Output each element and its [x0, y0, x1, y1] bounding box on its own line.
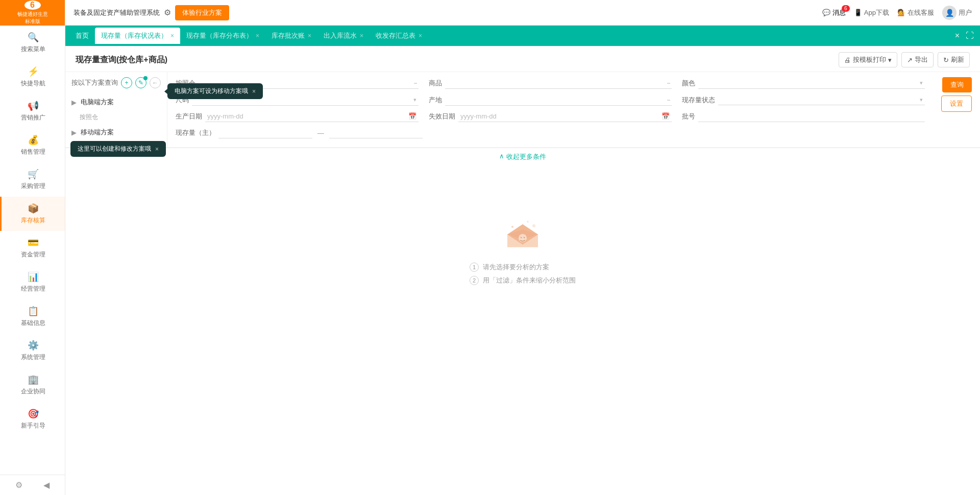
- color-input-wrap[interactable]: ▾: [698, 78, 925, 89]
- app-download-btn[interactable]: 📱 App下载: [854, 8, 889, 17]
- prod-date-field: 生产日期 📅: [176, 111, 419, 122]
- sub-item-label: 按照仓: [80, 113, 98, 122]
- sidebar-item-label: 销售管理: [21, 148, 45, 156]
- tab-home[interactable]: 首页: [69, 28, 95, 44]
- inventory-label: 现存量（主）: [176, 128, 215, 137]
- sidebar-item-label: 基础信息: [21, 319, 45, 327]
- system-settings-btn[interactable]: ⚙: [164, 8, 171, 17]
- scheme-panel: 按以下方案查询 + ✎ ← 电脑方案可设为移动方案哦: [65, 72, 167, 147]
- sidebar-item-operation[interactable]: 📊 经营管理: [0, 265, 65, 299]
- tab-receipt-summary[interactable]: 收发存汇总表 ×: [370, 28, 428, 44]
- goods-input-wrap[interactable]: ···: [445, 77, 672, 89]
- sidebar-item-guide[interactable]: 🎯 新手引导: [0, 402, 65, 436]
- sales-icon: 💰: [28, 134, 39, 146]
- prod-date-label: 生产日期: [176, 112, 202, 121]
- refresh-btn[interactable]: ↻ 刷新: [938, 52, 970, 67]
- sidebar-item-purchase[interactable]: 🛒 采购管理: [0, 162, 65, 197]
- tab-fullscreen-btn[interactable]: ⛶: [964, 29, 976, 42]
- prod-date-input-wrap: 📅: [205, 111, 419, 122]
- tab-close-inventory-status[interactable]: ×: [170, 32, 174, 39]
- tab-inventory-dist[interactable]: 现存量（库存分布表） ×: [180, 28, 265, 44]
- tab-close-inventory-dist[interactable]: ×: [256, 32, 259, 39]
- expiry-date-input[interactable]: [460, 112, 662, 120]
- sidebar-item-enterprise[interactable]: 🏢 企业协同: [0, 368, 65, 402]
- sidebar-item-label: 快捷导航: [21, 79, 45, 88]
- sidebar-item-basic-info[interactable]: 📋 基础信息: [0, 299, 65, 334]
- stock-status-select[interactable]: ▾: [718, 95, 925, 105]
- scheme-item-mobile[interactable]: ▶ 移动端方案: [65, 125, 167, 140]
- app-download-label: App下载: [864, 8, 889, 17]
- print-btn[interactable]: 🖨 按模板打印 ▾: [839, 52, 897, 67]
- app-logo: 6 畅捷通好生意 标准版: [0, 0, 65, 26]
- mobile-tooltip-close[interactable]: ×: [252, 88, 256, 95]
- page-actions: 🖨 按模板打印 ▾ ↗ 导出 ↻ 刷新: [839, 52, 970, 67]
- sidebar-item-marketing[interactable]: 📢 营销推广: [0, 94, 65, 128]
- service-icon: 💁: [897, 9, 905, 16]
- back-scheme-btn[interactable]: ←: [150, 77, 161, 88]
- inventory-from-input[interactable]: [220, 129, 310, 136]
- sidebar-bottom: ⚙ ◀: [0, 475, 65, 495]
- prod-date-input[interactable]: [207, 112, 408, 120]
- top-header: 装备及固定资产辅助管理系统 ⚙ 体验行业方案 💬 消息 6 📱 App下载 💁 …: [65, 0, 980, 26]
- online-service-btn[interactable]: 💁 在线客服: [897, 8, 934, 17]
- sidebar-item-system[interactable]: ⚙️ 系统管理: [0, 334, 65, 368]
- page-title: 现存量查询(按仓库+商品): [76, 55, 167, 65]
- inventory-to-wrap[interactable]: [329, 127, 423, 138]
- scheme-sub-item[interactable]: 按照仓: [78, 110, 167, 125]
- tab-close-receipt[interactable]: ×: [419, 32, 422, 39]
- sidebar-item-inventory[interactable]: 📦 库存核算: [0, 197, 65, 231]
- collapse-sidebar-btn[interactable]: ◀: [43, 480, 50, 490]
- system-icon: ⚙️: [28, 340, 39, 351]
- scheme-item-pc[interactable]: ▶ 电脑端方案: [65, 95, 167, 110]
- user-label: 用户: [959, 8, 972, 17]
- inventory-to-input[interactable]: [331, 129, 421, 136]
- query-button[interactable]: 查询: [942, 77, 972, 92]
- collapse-bar[interactable]: ∧ 收起更多条件: [65, 148, 980, 166]
- tab-inout-flow[interactable]: 出入库流水 ×: [317, 28, 370, 44]
- svg-point-6: [511, 226, 513, 228]
- origin-input[interactable]: [447, 96, 667, 104]
- tooltip-arrow: [164, 89, 167, 94]
- settings-btn[interactable]: ⚙: [15, 480, 22, 490]
- main-area: 装备及固定资产辅助管理系统 ⚙ 体验行业方案 💬 消息 6 📱 App下载 💁 …: [65, 0, 980, 495]
- phone-icon: 📱: [854, 9, 862, 16]
- marketing-icon: 📢: [28, 100, 39, 111]
- sidebar-item-sales[interactable]: 💰 销售管理: [0, 128, 65, 162]
- tab-close-inout[interactable]: ×: [360, 32, 363, 39]
- print-label: 按模板打印: [853, 55, 886, 64]
- color-input[interactable]: [700, 79, 920, 87]
- expiry-date-field: 失效日期 📅: [429, 111, 672, 122]
- sidebar-item-finance[interactable]: 💳 资金管理: [0, 231, 65, 265]
- origin-input-wrap[interactable]: ···: [445, 94, 672, 106]
- tab-batch-account[interactable]: 库存批次账 ×: [265, 28, 317, 44]
- export-btn[interactable]: ↗ 导出: [901, 52, 934, 67]
- sidebar-item-label: 新手引导: [21, 421, 45, 430]
- set-button[interactable]: 设置: [941, 96, 972, 112]
- sidebar-item-label: 搜索菜单: [21, 45, 45, 54]
- inventory-from-wrap[interactable]: [218, 127, 312, 138]
- trial-button[interactable]: 体验行业方案: [175, 5, 229, 20]
- filter-header: 按以下方案查询 + ✎ ←: [65, 77, 167, 92]
- sidebar-item-search[interactable]: 🔍 搜索菜单: [0, 26, 65, 60]
- expiry-date-cal-icon[interactable]: 📅: [662, 112, 670, 120]
- add-scheme-btn[interactable]: +: [121, 77, 132, 88]
- refresh-label: 刷新: [951, 55, 964, 64]
- user-area[interactable]: 👤 用户: [942, 6, 972, 20]
- filter-row-2: 尺码 ▾ 产地 ···: [176, 94, 925, 106]
- collapse-label: 收起更多条件: [506, 152, 546, 161]
- create-tooltip-close[interactable]: ×: [155, 146, 159, 153]
- color-arrow: ▾: [920, 80, 923, 86]
- tab-close-batch[interactable]: ×: [308, 32, 311, 39]
- tab-home-label: 首页: [76, 31, 89, 40]
- batch-input[interactable]: [700, 112, 923, 120]
- prod-date-cal-icon[interactable]: 📅: [408, 112, 416, 120]
- edit-dot-indicator: [143, 76, 148, 80]
- tab-close-all-btn[interactable]: ×: [953, 29, 962, 42]
- hint-item-2: 2 用「过滤」条件来缩小分析范围: [470, 274, 576, 287]
- sidebar-item-quick-nav[interactable]: ⚡ 快捷导航: [0, 60, 65, 94]
- goods-input[interactable]: [447, 79, 667, 87]
- notification-area[interactable]: 💬 消息 6: [822, 8, 846, 17]
- batch-input-wrap[interactable]: [698, 111, 925, 122]
- tab-inventory-status[interactable]: 现存量（库存状况表） ×: [95, 28, 180, 44]
- svg-point-8: [527, 221, 529, 223]
